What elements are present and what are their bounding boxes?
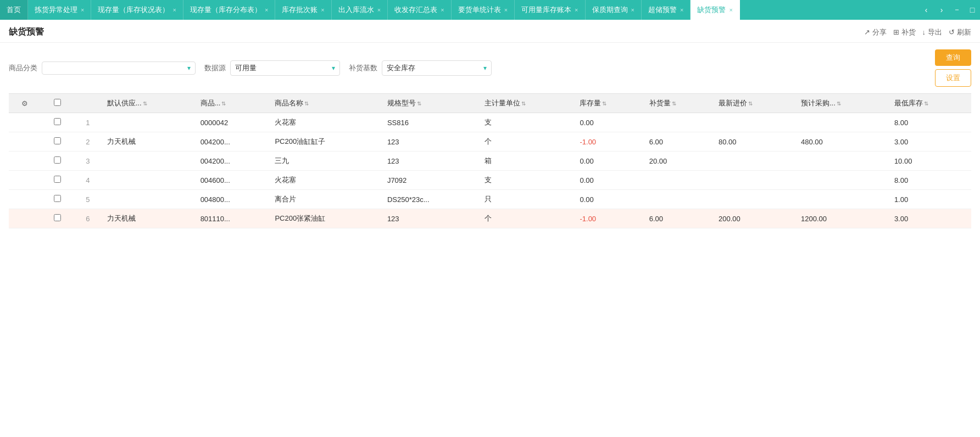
th-product_code[interactable]: 商品...⇅ [195,94,270,113]
tab-close-exception[interactable]: × [81,7,84,13]
tab-next-btn[interactable]: › [934,5,949,14]
tab-shortage[interactable]: 缺货预警× [691,0,739,20]
tab-recv-summary[interactable]: 收发存汇总表× [388,0,451,20]
cell-spec_model: 123 [382,209,479,228]
query-btn-group: 查询 设置 [935,49,971,87]
cell-stock: -1.00 [574,132,643,152]
cell-est_purchase: 1200.00 [795,209,889,228]
tab-close-overstock[interactable]: × [680,7,683,13]
cell-replenish [644,113,713,132]
th-spec_model[interactable]: 规格型号⇅ [382,94,479,113]
cell-latest_price [713,190,795,209]
col-label-spec_model: 规格型号 [387,99,416,107]
row-checkbox[interactable] [54,118,61,125]
tab-close-inventory-status[interactable]: × [172,7,176,13]
tab-close-order-stats[interactable]: × [504,7,508,13]
tab-exception[interactable]: 拣货异常处理× [28,0,91,20]
export-btn[interactable]: ↓ 导出 [922,27,943,37]
th-default_supplier[interactable]: 默认供应...⇅ [102,94,195,113]
cell-product_code: 004600... [195,171,270,190]
cell-stock: 0.00 [574,190,643,209]
tab-order-stats[interactable]: 要货单统计表× [452,0,515,20]
col-label-unit: 主计量单位 [485,99,520,107]
cell-unit: 只 [479,190,575,209]
cell-checkbox [41,209,74,228]
col-label-min_stock: 最低库存 [894,99,923,107]
th-min_stock[interactable]: 最低库存⇅ [889,94,971,113]
row-checkbox[interactable] [54,137,61,144]
tab-avail-ledger[interactable]: 可用量库存账本× [515,0,585,20]
tab-home[interactable]: 首页 [0,0,28,20]
tab-expiry[interactable]: 保质期查询× [586,0,642,20]
row-checkbox[interactable] [54,195,61,202]
th-est_purchase[interactable]: 预计采购...⇅ [795,94,889,113]
cell-est_purchase [795,190,889,209]
tab-close-expiry[interactable]: × [631,7,634,13]
th-checkbox [41,94,74,113]
tab-label-overstock: 超储预警 [648,5,677,15]
cell-spec_model: 123 [382,132,479,152]
tab-close-shortage[interactable]: × [729,7,732,13]
table-row: 5004800...离合片DS250*23c...只0.001.00 [9,190,971,209]
gear-icon[interactable]: ⚙ [21,99,28,108]
row-checkbox[interactable] [54,214,61,221]
tab-close-avail-ledger[interactable]: × [575,7,578,13]
datasource-filter-group: 数据源 可用量 ▾ [204,60,340,76]
replenish-base-value: 安全库存 [387,63,483,73]
sort-icon-spec_model: ⇅ [417,100,421,107]
th-unit[interactable]: 主计量单位⇅ [479,94,575,113]
cell-replenish: 6.00 [644,132,713,152]
query-button[interactable]: 查询 [935,49,971,66]
cell-product_code: 004200... [195,132,270,152]
tab-inventory-status[interactable]: 现存量（库存状况表）× [91,0,183,20]
th-replenish[interactable]: 补货量⇅ [644,94,713,113]
replenish-base-select[interactable]: 安全库存 ▾ [382,60,492,76]
cell-latest_price [713,113,795,132]
category-select[interactable]: ▾ [42,61,196,75]
refresh-btn[interactable]: ↺ 刷新 [949,27,971,37]
tab-label-batch: 库存批次账 [282,5,318,15]
window-maximize-btn[interactable]: □ [965,5,980,14]
cell-default_supplier [102,152,195,171]
tab-inventory-dist[interactable]: 现存量（库存分布表）× [183,0,275,20]
cell-unit: 箱 [479,152,575,171]
cell-spec_model: SS816 [382,113,479,132]
cell-stock: -1.00 [574,209,643,228]
cell-product_code: 004200... [195,152,270,171]
cell-product_name: 三九 [269,152,381,171]
cell-replenish [644,190,713,209]
window-minimize-btn[interactable]: － [949,5,965,15]
tab-prev-btn[interactable]: ‹ [918,5,934,14]
select-all-checkbox[interactable] [54,99,61,106]
share-btn[interactable]: ↗ 分享 [864,27,887,37]
tab-overstock[interactable]: 超储预警× [642,0,691,20]
tab-close-inout-flow[interactable]: × [377,7,381,13]
row-checkbox[interactable] [54,156,61,164]
cell-checkbox [41,113,74,132]
cell-row_num: 2 [74,132,102,152]
cell-min_stock: 8.00 [889,113,971,132]
col-label-default_supplier: 默认供应... [107,99,142,107]
tab-label-home: 首页 [7,5,21,15]
tab-inout-flow[interactable]: 出入库流水× [332,0,388,20]
tab-close-inventory-dist[interactable]: × [265,7,268,13]
cell-product_code: 004800... [195,190,270,209]
sort-icon-replenish: ⇅ [672,100,676,107]
tab-close-batch[interactable]: × [321,7,324,13]
th-latest_price[interactable]: 最新进价⇅ [713,94,795,113]
tab-label-recv-summary: 收发存汇总表 [394,5,437,15]
cell-gear [9,152,41,171]
th-stock[interactable]: 库存量⇅ [574,94,643,113]
negative-stock-value: -1.00 [580,215,596,223]
datasource-select[interactable]: 可用量 ▾ [230,60,340,76]
negative-stock-value: -1.00 [580,138,596,146]
settings-button[interactable]: 设置 [935,69,971,87]
replenish-base-filter-group: 补货基数 安全库存 ▾ [349,60,492,76]
replenish-btn[interactable]: ⊞ 补货 [893,27,916,37]
tab-close-recv-summary[interactable]: × [441,7,444,13]
tab-batch[interactable]: 库存批次账× [275,0,331,20]
cell-gear [9,113,41,132]
sort-icon-product_name: ⇅ [304,100,309,107]
row-checkbox[interactable] [54,176,61,183]
th-product_name[interactable]: 商品名称⇅ [269,94,381,113]
